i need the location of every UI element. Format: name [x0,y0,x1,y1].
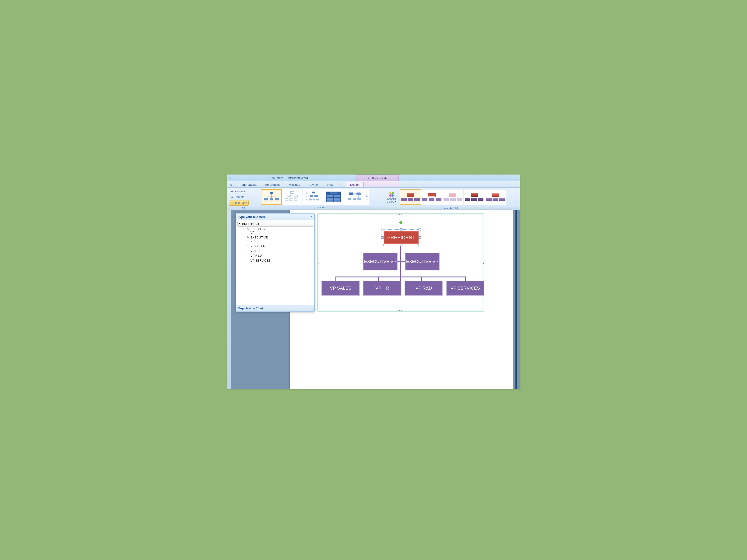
bullet-icon: • [238,222,241,225]
close-icon[interactable]: × [310,215,313,219]
frame-handle-bottom[interactable]: • • • • [397,310,405,312]
org-node-president[interactable]: PRESIDENT [384,231,418,244]
connector-vertical-main [400,243,401,281]
ribbon-group-styles: Change Colors ▾ SmartArt Styles [383,188,520,210]
text-pane-body[interactable]: •PRESIDENT ↳EXECUTIVEVP ↳EXECUTIVEVP •VP… [236,220,314,305]
svg-rect-35 [349,192,353,195]
promote-button[interactable]: ⬅Promote [229,189,249,194]
change-colors-label1: Change [387,197,396,200]
change-colors-label2: Colors [387,200,394,203]
selection-handle[interactable] [400,244,403,246]
text-pane-item-label: VP SERVICES [251,259,271,262]
svg-point-43 [389,192,391,194]
org-node-exec1[interactable]: EXECUTIVE VP [363,253,397,270]
bullet-icon: • [247,259,249,262]
text-pane-item-label: VP SALES [251,244,265,247]
selection-handle[interactable] [400,229,403,231]
text-pane-button[interactable]: ▤Text Pane [229,200,249,206]
svg-point-44 [391,192,394,194]
svg-rect-28 [330,192,338,194]
style-option-4[interactable] [464,189,485,205]
svg-rect-7 [269,198,273,201]
left-gutter [227,210,231,389]
layout-option-5[interactable] [344,189,365,205]
frame-handle-right[interactable]: • • [482,261,485,264]
layout-option-4[interactable] [323,189,344,205]
smartart-canvas[interactable]: PRESIDENT EXECUTIVE VP EXECUTIVE VP VP S… [319,215,482,310]
smartart-text-pane[interactable]: Type your text here × •PRESIDENT ↳EXECUT… [236,213,315,312]
style-option-2[interactable] [421,189,442,205]
svg-rect-19 [312,192,315,193]
style-option-1[interactable] [400,189,421,205]
org-node-sales[interactable]: VP SALES [321,281,360,296]
svg-rect-0 [269,192,273,194]
qat-dropdown-icon[interactable] [229,177,231,179]
page-right-edge [515,210,517,389]
layout-option-1[interactable] [261,189,282,205]
rotation-handle-icon[interactable] [400,221,403,224]
text-pane-item-services[interactable]: •VP SERVICES [237,258,313,263]
gallery-down-icon[interactable]: ▼ [365,195,369,198]
style-option-5[interactable] [485,189,506,205]
svg-rect-24 [309,198,312,201]
layouts-gallery-spinner: ▲ ▼ ▾ [365,193,369,201]
text-pane-item-president[interactable]: •PRESIDENT [237,222,313,226]
text-pane-item-exec2[interactable]: ↳EXECUTIVEVP [237,235,313,243]
svg-rect-32 [334,198,340,200]
tab-page-layout[interactable]: Page Layout [235,182,261,187]
tab-design[interactable]: Design [346,182,364,187]
text-pane-item-label2: VP [251,239,268,243]
tab-review[interactable]: Review [304,182,323,187]
demote-icon: ➡ [230,195,234,199]
gallery-more-icon[interactable]: ▾ [365,198,369,201]
smartart-frame[interactable]: • • • • • • • • • • • • [317,213,484,312]
selection-handle[interactable] [381,228,384,231]
svg-rect-22 [314,195,318,197]
connector-drop-2 [378,276,379,281]
selection-handle[interactable] [418,236,421,239]
ribbon-group-create-graphic: ⬅Promote ➡Demote ▤Text Pane hic [227,188,259,210]
text-pane-item-rd[interactable]: •VP R&D [237,253,313,258]
svg-rect-8 [275,198,279,201]
layout-option-3[interactable] [303,189,323,205]
text-pane-item-label: PRESIDENT [242,222,259,226]
svg-rect-40 [353,197,357,200]
svg-rect-17 [294,198,297,201]
tab-mailings[interactable]: Mailings [285,182,304,187]
change-colors-button[interactable]: Change Colors ▾ [385,189,398,206]
org-node-services[interactable]: VP SERVICES [446,281,484,296]
svg-rect-20 [306,196,307,197]
svg-rect-25 [313,198,315,201]
org-node-hr[interactable]: VP HR [363,281,401,296]
text-pane-header-label: Type your text here [238,215,266,219]
org-node-rd[interactable]: VP R&D [405,281,443,296]
layout-option-2[interactable] [282,189,303,205]
text-pane-item-hr[interactable]: •VP HR [237,248,313,253]
svg-point-45 [389,194,391,197]
title-bar: Document1 - Microsoft Word SmartArt Tool… [227,175,520,181]
style-option-3[interactable] [442,189,464,205]
gallery-up-icon[interactable]: ▲ [365,193,369,195]
window-title: Document1 - Microsoft Word [269,176,308,180]
selection-handle[interactable] [381,244,384,246]
ribbon: ⬅Promote ➡Demote ▤Text Pane hic [227,188,520,210]
tab-references[interactable]: References [261,182,285,187]
selection-handle[interactable] [381,236,384,239]
text-pane-item-exec1[interactable]: ↳EXECUTIVEVP [237,226,313,235]
demote-button[interactable]: ➡Demote [229,194,249,200]
sub-bullet-icon: ↳ [247,227,249,230]
text-pane-item-sales[interactable]: •VP SALES [237,243,313,248]
org-node-exec2[interactable]: EXECUTIVE VP [405,253,440,270]
bullet-icon: • [247,249,249,252]
text-pane-footer[interactable]: Organization Chart... [236,305,314,312]
workspace: Type your text here × •PRESIDENT ↳EXECUT… [227,210,520,389]
selection-handle[interactable] [418,228,421,231]
selection-handle[interactable] [418,244,421,246]
smartart-styles-gallery [400,189,506,205]
frame-handle-left[interactable]: • • [317,261,319,264]
text-pane-item-label: EXECUTIVE [251,227,268,231]
tab-view[interactable]: View [323,182,338,187]
ribbon-tabs: rt Page Layout References Mailings Revie… [227,181,520,188]
tab-insert-fragment[interactable]: rt [230,182,235,187]
word-window: Document1 - Microsoft Word SmartArt Tool… [227,175,520,389]
